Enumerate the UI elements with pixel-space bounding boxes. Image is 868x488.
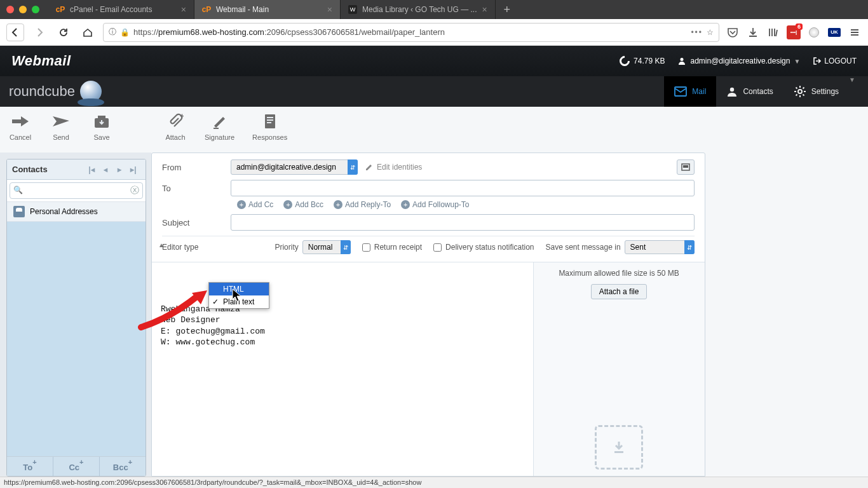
plus-icon: + [334,200,342,209]
library-icon[interactable] [766,25,780,39]
address-bar[interactable]: ⓘ 🔒 https://premium68.web-hosting.com:20… [103,23,719,42]
add-cc-button[interactable]: Cc+ [53,457,100,476]
language-flag-icon[interactable]: UK [827,25,841,39]
tab-webmail-main[interactable]: cP Webmail - Main × [194,0,341,19]
dsn-checkbox[interactable] [433,243,442,252]
to-input[interactable] [231,180,695,196]
signature-button[interactable]: Signature [205,112,234,141]
cancel-button[interactable]: Cancel [9,112,32,141]
save-sent-select[interactable]: Sent [625,240,695,254]
addressbook-icon [13,206,25,217]
priority-label: Priority [275,243,298,252]
from-select[interactable]: admin@digitalcreative.design [231,159,358,175]
edit-identities-link[interactable]: Edit identities [365,163,422,172]
roundcube-logo: roundcube [9,81,102,102]
attach-file-button[interactable]: Attach a file [591,284,648,299]
logout-button[interactable]: LOGOUT [813,57,857,65]
svg-text:+: + [180,113,184,121]
add-followup-link[interactable]: +Add Followup-To [401,200,469,209]
tab-label: Media Library ‹ GO Tech UG — ... [362,5,477,14]
add-to-button[interactable]: To+ [7,457,53,476]
priority-select[interactable]: Normal [302,240,351,254]
first-page-button[interactable]: |◂ [85,163,98,177]
minimize-window[interactable] [19,6,27,13]
tab-label: Webmail - Main [216,5,269,14]
svg-point-3 [798,90,802,93]
maximize-window[interactable] [32,6,39,13]
pocket-icon[interactable] [726,25,740,39]
popout-button[interactable] [677,159,695,175]
cpanel-icon: cP [202,5,211,14]
webmail-logo: Webmail [11,53,71,69]
home-button[interactable] [79,24,97,41]
new-tab-button[interactable]: + [496,0,519,19]
next-page-button[interactable]: ▸ [112,163,126,177]
extension-icon[interactable] [807,25,821,39]
addressbook-personal[interactable]: Personal Addresses [7,202,146,222]
attachments-pane: Maximum allowed file size is 50 MB Attac… [533,262,705,476]
webmail-header: Webmail 74.79 KB admin@digitalcreative.d… [0,46,868,76]
downloads-icon[interactable] [746,25,760,39]
close-icon[interactable]: × [327,4,332,15]
browser-statusbar: https://premium68.web-hosting.com:2096/c… [0,477,868,488]
chevron-down-icon[interactable]: ▼ [849,76,859,107]
recipient-footer: To+ Cc+ Bcc+ [7,456,146,476]
user-menu[interactable]: admin@digitalcreative.design ▼ [677,57,800,65]
info-icon[interactable]: ⓘ [109,27,116,37]
browser-toolbar: ⓘ 🔒 https://premium68.web-hosting.com:20… [0,19,868,46]
forward-button[interactable] [31,24,48,41]
pencil-icon [365,163,373,171]
attach-button[interactable]: + Attach [164,112,187,141]
to-label: To [162,184,231,193]
nav-settings[interactable]: Settings [783,76,849,107]
close-window[interactable] [6,6,14,13]
url-text: https://premium68.web-hosting.com:2096/c… [133,27,687,37]
send-button[interactable]: Send [50,112,72,141]
reload-button[interactable] [55,24,72,41]
editor-option-html[interactable]: HTML [209,283,269,295]
storage-usage[interactable]: 74.79 KB [620,56,665,66]
contacts-search: 🔍 ⓧ [7,180,146,202]
browser-tabs: cP cPanel - Email Accounts × cP Webmail … [48,0,519,19]
nav-contacts[interactable]: Contacts [716,76,783,107]
hamburger-menu-icon[interactable] [848,25,862,39]
roundcube-orb-icon [80,81,102,102]
add-cc-link[interactable]: +Add Cc [237,200,273,209]
add-bcc-button[interactable]: Bcc+ [100,457,146,476]
toolbar-actions: •••|6 UK [726,25,862,39]
svg-point-2 [730,88,734,92]
nav-mail[interactable]: Mail [664,76,716,107]
bookmark-star-icon[interactable]: ☆ [707,28,714,37]
plus-icon: + [283,200,292,209]
return-receipt-checkbox[interactable] [362,243,370,252]
roundcube-bar: roundcube Mail Contacts Settings ▼ [0,76,868,107]
save-button[interactable]: Save [90,112,113,141]
responses-button[interactable]: Responses [252,112,287,141]
last-page-button[interactable]: ▸| [126,163,140,177]
back-button[interactable] [6,24,24,41]
editor-type-label: Editor type [162,243,198,252]
return-receipt-label: Return receipt [374,243,422,252]
attachment-dropzone[interactable] [595,425,643,470]
subject-input[interactable] [231,214,695,231]
add-replyto-link[interactable]: +Add Reply-To [334,200,391,209]
more-actions-icon[interactable]: ••• [691,28,703,37]
add-bcc-link[interactable]: +Add Bcc [283,200,323,209]
download-arrow-icon [609,438,628,457]
close-icon[interactable]: × [181,4,186,15]
editor-option-plaintext[interactable]: ✓Plain text [209,295,269,308]
close-icon[interactable]: × [482,4,487,15]
roundcube-nav: Mail Contacts Settings ▼ [664,76,859,107]
clear-search-icon[interactable]: ⓧ [130,185,139,196]
search-input[interactable] [10,182,143,199]
search-icon: 🔍 [13,186,23,194]
attachment-size-note: Maximum allowed file size is 50 MB [559,269,679,278]
gear-icon [794,85,806,98]
prev-page-button[interactable]: ◂ [98,163,112,177]
compose-panel: From admin@digitalcreative.design ⇵ Edit… [151,152,705,477]
collapse-toggle-icon[interactable]: ▲ [158,241,165,248]
tab-media-library[interactable]: W Media Library ‹ GO Tech UG — ... × [341,0,496,19]
tab-cpanel-email[interactable]: cP cPanel - Email Accounts × [48,0,194,19]
lastpass-icon[interactable]: •••|6 [787,25,801,39]
cpanel-icon: cP [56,5,65,14]
